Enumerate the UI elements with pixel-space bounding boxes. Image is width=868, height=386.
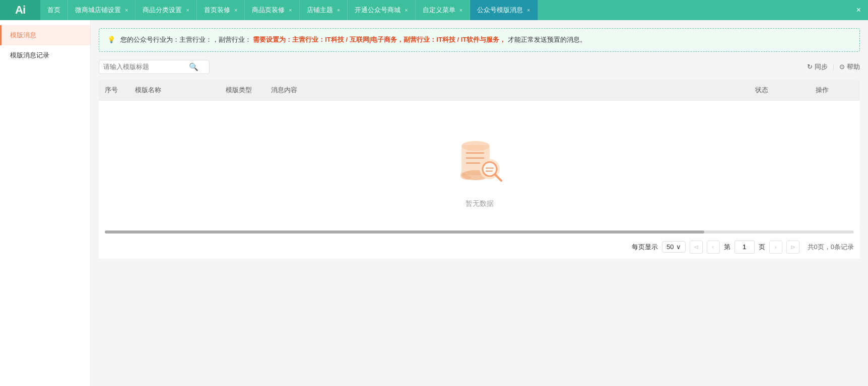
close-tab-icon[interactable]: × — [337, 7, 340, 13]
nav-tab-shop-setting[interactable]: 微商城店铺设置× — [68, 0, 136, 20]
table-header-row: 序号 模版名称 模版类型 消息内容 状态 操作 — [99, 80, 860, 101]
nav-tab-template-msg[interactable]: 公众号模版消息× — [470, 0, 538, 20]
nav-tab-product-decor[interactable]: 商品页装修× — [245, 0, 299, 20]
page-size-label: 每页显示 — [632, 243, 658, 252]
svg-line-9 — [495, 175, 501, 181]
nav-tab-shop-theme[interactable]: 店铺主题× — [300, 0, 348, 20]
search-row: 🔍 ↻ 同步 | ⊙ 帮助 — [99, 60, 860, 74]
scrollbar-track[interactable] — [105, 230, 854, 234]
next-page-button[interactable]: › — [769, 241, 782, 254]
prev-page-button[interactable]: ‹ — [707, 241, 720, 254]
top-navigation: Ai 首页微商城店铺设置×商品分类设置×首页装修×商品页装修×店铺主题×开通公众… — [0, 0, 868, 20]
search-icon[interactable]: 🔍 — [189, 62, 198, 71]
close-all-button[interactable]: × — [849, 0, 868, 20]
nav-tab-custom-menu[interactable]: 自定义菜单× — [416, 0, 470, 20]
search-input[interactable] — [103, 63, 189, 70]
page-unit-label: 页 — [759, 243, 765, 252]
help-button[interactable]: ⊙ 帮助 — [839, 62, 860, 71]
notice-highlight: 需要设置为：主营行业：IT科技 / 互联网|电子商务，副营行业：IT科技 / I… — [253, 36, 506, 43]
search-box: 🔍 — [99, 60, 210, 74]
nav-tab-category-setting[interactable]: 商品分类设置× — [136, 0, 196, 20]
close-tab-icon[interactable]: × — [125, 7, 128, 13]
sync-button[interactable]: ↻ 同步 — [807, 62, 828, 71]
empty-illustration — [449, 131, 510, 191]
page-number-input[interactable] — [735, 241, 755, 254]
close-tab-icon[interactable]: × — [459, 7, 462, 13]
col-type: 模版类型 — [220, 80, 265, 101]
col-action: 操作 — [810, 80, 860, 101]
chevron-down-icon: ∨ — [676, 243, 681, 251]
page-di-label: 第 — [724, 243, 730, 252]
empty-row: 暂无数据 — [99, 100, 860, 228]
last-page-button[interactable]: ⊳ — [786, 241, 799, 254]
close-tab-icon[interactable]: × — [527, 7, 530, 13]
col-index: 序号 — [99, 80, 129, 101]
col-status: 状态 — [749, 80, 810, 101]
empty-state: 暂无数据 — [99, 101, 860, 228]
col-content: 消息内容 — [265, 80, 749, 101]
close-tab-icon[interactable]: × — [186, 7, 189, 13]
sidebar: 模版消息 模版消息记录 — [0, 20, 91, 386]
content-area: 💡 您的公众号行业为：主营行业：，副营行业： 需要设置为：主营行业：IT科技 /… — [91, 20, 868, 386]
sync-icon: ↻ — [807, 63, 813, 70]
close-tab-icon[interactable]: × — [405, 7, 408, 13]
empty-text: 暂无数据 — [465, 199, 494, 208]
scrollbar-row — [99, 228, 860, 236]
help-icon: ⊙ — [839, 63, 845, 70]
sidebar-item-template-msg[interactable]: 模版消息 — [0, 25, 90, 45]
bulb-icon: 💡 — [107, 36, 115, 43]
sidebar-item-template-msg-record[interactable]: 模版消息记录 — [0, 45, 90, 65]
page-size-value: 50 — [666, 243, 674, 251]
pagination-row: 每页显示 50 ∨ ⊲ ‹ 第 页 › ⊳ 共0页，0条记录 — [99, 236, 860, 259]
first-page-button[interactable]: ⊲ — [690, 241, 703, 254]
col-name: 模版名称 — [129, 80, 220, 101]
page-total: 共0页，0条记录 — [808, 243, 854, 252]
toolbar-divider: | — [833, 63, 834, 70]
toolbar-right: ↻ 同步 | ⊙ 帮助 — [807, 62, 860, 71]
nav-tab-open-mall[interactable]: 开通公众号商城× — [348, 0, 415, 20]
notice-banner: 💡 您的公众号行业为：主营行业：，副营行业： 需要设置为：主营行业：IT科技 /… — [99, 28, 860, 52]
nav-tab-home[interactable]: 首页 — [40, 0, 68, 20]
nav-tab-home-decor[interactable]: 首页装修× — [197, 0, 245, 20]
close-tab-icon[interactable]: × — [289, 7, 292, 13]
close-tab-icon[interactable]: × — [234, 7, 237, 13]
nav-tabs-container: 首页微商城店铺设置×商品分类设置×首页装修×商品页装修×店铺主题×开通公众号商城… — [40, 0, 849, 20]
data-table: 序号 模版名称 模版类型 消息内容 状态 操作 — [99, 80, 860, 228]
page-size-select[interactable]: 50 ∨ — [662, 241, 685, 253]
logo: Ai — [0, 0, 40, 20]
main-layout: 模版消息 模版消息记录 💡 您的公众号行业为：主营行业：，副营行业： 需要设置为… — [0, 20, 868, 386]
scrollbar-thumb[interactable] — [105, 230, 704, 234]
